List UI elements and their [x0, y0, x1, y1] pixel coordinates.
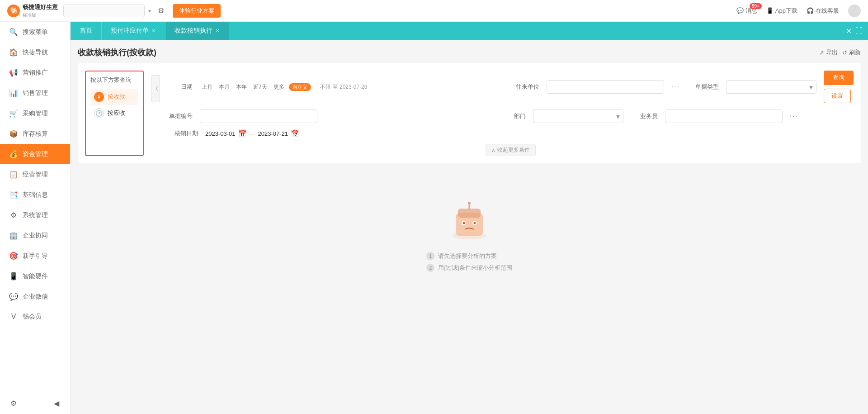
filter-right-actions: 查询 设置: [824, 71, 854, 103]
sidebar-collapse-button[interactable]: ◀: [50, 397, 63, 409]
sidebar-item-finance[interactable]: 💰 资金管理: [0, 144, 70, 164]
date-quick-this-month[interactable]: 本月: [217, 82, 231, 92]
sidebar-item-corp-collab[interactable]: 🏢 企业协同: [0, 225, 70, 246]
verify-date-start-calendar-icon[interactable]: 📅: [238, 129, 247, 138]
date-label: 日期: [167, 83, 193, 91]
counterpart-dots-button[interactable]: ···: [671, 83, 680, 91]
filter-settings-button[interactable]: 设置: [824, 89, 851, 103]
date-quick-group: 上月 本月 本年 近7天 更多 自定义: [200, 82, 311, 92]
online-service-button[interactable]: 🎧 在线客服: [807, 7, 839, 15]
sidebar-item-quick-nav[interactable]: 🏠 快捷导航: [0, 42, 70, 62]
tab-fullscreen-button[interactable]: ⛶: [855, 27, 863, 35]
date-quick-last-month[interactable]: 上月: [200, 82, 214, 92]
sidebar-label-purchase: 采购管理: [23, 109, 48, 118]
collapse-conditions-button[interactable]: ∧ 收起更多条件: [486, 144, 536, 156]
filter-row-1: 日期 上月 本月 本年 近7天 更多 自定义 不限 至 2023-07-26: [167, 71, 854, 103]
newbie-icon: 🎯: [9, 252, 18, 260]
empty-tip-1: 1 请先选择要分析的方案: [426, 252, 512, 260]
marketing-icon: 📢: [9, 68, 18, 77]
page-content: 收款核销执行(按收款) ↗ 导出 ↺ 刷新 按以下方案查询: [71, 40, 868, 414]
staff-label: 业务员: [634, 112, 658, 120]
tab-home[interactable]: 首页: [71, 22, 102, 40]
receivable-option-label: 按应收: [108, 109, 125, 117]
app-edition: 标准版: [23, 12, 58, 19]
filter-container: 按以下方案查询 ¥ 按收款 🕐 按应收 《: [78, 63, 861, 163]
staff-input[interactable]: [665, 109, 783, 123]
filter-sidebar-title: 按以下方案查询: [90, 76, 138, 84]
date-no-limit-text: 不限: [320, 83, 331, 91]
app-download-label: App下载: [775, 7, 797, 15]
messages-button[interactable]: 💬 消息 99+: [736, 7, 757, 15]
date-quick-this-year[interactable]: 本年: [234, 82, 249, 92]
industry-solution-button[interactable]: 体验行业方案: [173, 4, 221, 18]
verify-date-end-calendar-icon[interactable]: 📅: [291, 129, 299, 138]
sidebar-label-basic-info: 基础信息: [23, 191, 48, 199]
doc-type-select[interactable]: [726, 80, 816, 94]
sidebar-label-sales: 销售管理: [23, 89, 48, 97]
search-area: ▾ ⚙: [63, 5, 167, 17]
search-icon: 🔍: [9, 28, 18, 36]
sidebar: 🔍 搜索菜单 🏠 快捷导航 📢 营销推广 📊 销售管理 🛒 采购管理 📦 库存核…: [0, 22, 71, 414]
nav-tab-bar: 首页 预付冲应付单 ✕ 收款核销执行 ✕ ✕ ⛶: [71, 22, 868, 40]
staff-dots-button[interactable]: ···: [790, 112, 798, 120]
top-bar: 畅 畅捷通好生意 标准版 ▾ ⚙ 体验行业方案 💬 消息 99+ 📱 App下载…: [0, 0, 868, 22]
filter-row-3: 核销日期 2023-03-01 📅 — 2023-07-21 📅: [167, 129, 854, 138]
sidebar-item-operations[interactable]: 📋 经营管理: [0, 164, 70, 185]
sidebar-item-smart-hw[interactable]: 📱 智能硬件: [0, 266, 70, 286]
date-quick-7days[interactable]: 近7天: [251, 82, 269, 92]
sidebar-item-purchase[interactable]: 🛒 采购管理: [0, 103, 70, 124]
refresh-button[interactable]: ↺ 刷新: [842, 48, 861, 57]
verify-date-dash: —: [250, 130, 255, 137]
system-icon: ⚙: [9, 211, 18, 219]
sidebar-item-basic-info[interactable]: 📑 基础信息: [0, 185, 70, 205]
tab-receipt-offset[interactable]: 收款核销执行 ✕: [165, 22, 229, 40]
tab-prepay-offset[interactable]: 预付冲应付单 ✕: [102, 22, 165, 40]
search-input[interactable]: [63, 5, 145, 17]
member-icon: V: [9, 313, 18, 321]
date-custom-badge[interactable]: 自定义: [289, 83, 311, 91]
filter-collapse-button[interactable]: 《: [151, 75, 160, 102]
sidebar-item-corp-wechat[interactable]: 💬 企业微信: [0, 286, 70, 307]
sidebar-label-corp-collab: 企业协同: [23, 232, 48, 240]
collapse-conditions-area: ∧ 收起更多条件: [167, 144, 854, 156]
sidebar-item-member[interactable]: V 畅会员: [0, 307, 70, 327]
sidebar-item-newbie[interactable]: 🎯 新手引导: [0, 246, 70, 266]
tab-close-action-button[interactable]: ✕: [846, 27, 852, 35]
operations-icon: 📋: [9, 170, 18, 179]
corp-wechat-icon: 💬: [9, 292, 18, 301]
sidebar-item-inventory[interactable]: 📦 库存核算: [0, 124, 70, 144]
filter-option-by-receipt[interactable]: ¥ 按收款: [90, 89, 138, 105]
tab-receipt-offset-close-icon[interactable]: ✕: [215, 28, 220, 34]
sidebar-label-newbie: 新手引导: [23, 252, 48, 260]
dropdown-arrow-icon[interactable]: ▾: [148, 8, 151, 14]
export-button[interactable]: ↗ 导出: [819, 48, 838, 57]
dept-select[interactable]: [533, 109, 623, 123]
doc-no-input[interactable]: [200, 109, 317, 123]
app-download-icon: 📱: [766, 7, 774, 14]
user-avatar[interactable]: [848, 5, 861, 17]
collapse-arrow-icon: ∧: [491, 147, 495, 153]
sidebar-label-system: 系统管理: [23, 211, 48, 219]
sidebar-settings-button[interactable]: ⚙: [7, 397, 20, 409]
logo-icon: 畅: [7, 5, 20, 17]
sidebar-label-operations: 经营管理: [23, 171, 48, 179]
receipt-option-label: 按收款: [108, 93, 125, 101]
date-quick-more[interactable]: 更多: [272, 82, 286, 92]
tab-prepay-offset-close-icon[interactable]: ✕: [151, 28, 156, 34]
sidebar-label-finance: 资金管理: [23, 150, 48, 158]
filter-option-by-receivable[interactable]: 🕐 按应收: [90, 105, 138, 121]
app-download-button[interactable]: 📱 App下载: [766, 7, 797, 15]
sidebar-item-search-menu[interactable]: 🔍 搜索菜单: [0, 22, 70, 42]
settings-icon[interactable]: ⚙: [155, 5, 167, 17]
sidebar-label-corp-wechat: 企业微信: [23, 293, 48, 301]
basic-info-icon: 📑: [9, 190, 18, 199]
sidebar-item-marketing[interactable]: 📢 营销推广: [0, 62, 70, 83]
collapse-icon: 《: [153, 85, 158, 93]
sidebar-item-sales[interactable]: 📊 销售管理: [0, 83, 70, 103]
sidebar-item-system[interactable]: ⚙ 系统管理: [0, 205, 70, 225]
svg-point-8: [468, 202, 471, 205]
sidebar-label-smart-hw: 智能硬件: [23, 272, 48, 281]
counterpart-input[interactable]: [547, 80, 664, 94]
query-button[interactable]: 查询: [824, 71, 854, 85]
svg-point-6: [474, 222, 476, 224]
